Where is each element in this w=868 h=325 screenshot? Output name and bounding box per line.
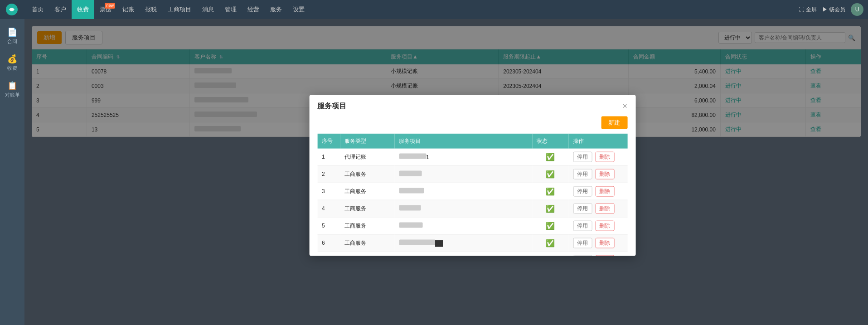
modal-cell-seq: 5 [317, 217, 340, 234]
new-badge: new [105, 3, 115, 9]
nav-item-service[interactable]: 服务 [265, 0, 287, 19]
modal-cell-status: ✅ [532, 217, 568, 234]
contract-icon: 📄 [7, 27, 17, 37]
modal-cell-item [394, 217, 532, 234]
modal-table-row: 2 工商服务 ✅ 停用 删除 [317, 165, 627, 183]
modal-cell-action: 停用 删除 [568, 252, 627, 256]
nav-item-tax[interactable]: 报税 [140, 0, 162, 19]
nav-item-accounting[interactable]: 记账 [117, 0, 140, 19]
stop-button[interactable]: 停用 [573, 169, 592, 179]
status-check-icon: ✅ [546, 170, 555, 178]
modal-cell-item: ██ [394, 234, 532, 252]
sidebar-item-contract[interactable]: 📄 合同 [1, 24, 24, 49]
delete-button[interactable]: 删除 [595, 151, 614, 162]
modal-cell-type: 工商服务 [340, 217, 394, 234]
statement-icon: 📋 [7, 81, 17, 91]
modal-cell-seq: 1 [317, 148, 340, 165]
modal-col-item: 服务项目 [394, 133, 532, 148]
fee-icon: 💰 [7, 54, 17, 64]
status-check-icon: ✅ [546, 187, 555, 195]
modal-table-row: 1 代理记账 1 ✅ 停用 删除 [317, 148, 627, 165]
sidebar-item-fee[interactable]: 💰 收费 [1, 50, 24, 75]
modal-cell-type: 代理记账 [340, 148, 394, 165]
app-logo[interactable] [5, 2, 19, 17]
modal-close-button[interactable]: × [623, 102, 628, 110]
modal-table-row: 7 工商服务 ✅ 停用 删除 [317, 252, 627, 256]
nav-item-ops[interactable]: 经营 [242, 0, 265, 19]
nav-item-settings[interactable]: 设置 [287, 0, 310, 19]
modal-cell-status: ✅ [532, 165, 568, 183]
modal-new-button[interactable]: 新建 [601, 116, 627, 129]
modal-cell-item: 1 [394, 148, 532, 165]
modal-header: 服务项目 × [309, 95, 635, 114]
delete-button[interactable]: 删除 [595, 186, 614, 196]
nav-item-fee[interactable]: 收费 [72, 0, 94, 19]
modal-cell-seq: 3 [317, 183, 340, 200]
modal-cell-status: ✅ [532, 148, 568, 165]
stop-button[interactable]: 停用 [573, 238, 592, 248]
avatar[interactable]: U [851, 3, 863, 16]
modal-cell-action: 停用 删除 [568, 148, 627, 165]
nav-right: ⛶ 全屏 ▶ 畅会员 U [799, 3, 863, 16]
stop-button[interactable]: 停用 [573, 186, 592, 196]
stop-button[interactable]: 停用 [573, 220, 592, 231]
modal-cell-item [394, 183, 532, 200]
stop-button[interactable]: 停用 [573, 203, 592, 213]
nav-item-client[interactable]: 客户 [49, 0, 72, 19]
modal-cell-type: 工商服务 [340, 165, 394, 183]
nav-item-home[interactable]: 首页 [26, 0, 49, 19]
modal-cell-action: 停用 删除 [568, 165, 627, 183]
delete-button[interactable]: 删除 [595, 255, 614, 256]
modal-col-status: 状态 [532, 133, 568, 148]
delete-button[interactable]: 删除 [595, 203, 614, 213]
modal-cell-item [394, 165, 532, 183]
modal-cell-seq: 4 [317, 200, 340, 217]
status-check-icon: ✅ [546, 204, 555, 212]
sidebar-item-fee-label: 收费 [7, 65, 17, 72]
modal-cell-status: ✅ [532, 252, 568, 256]
service-modal: 服务项目 × 新建 序号 服务类型 服务项目 状态 操作 [309, 95, 635, 256]
content-area: 新增 服务项目 进行中 全部 已终止 🔍 序号 合同编码 ⇅ [24, 19, 868, 325]
modal-cell-type: 工商服务 [340, 252, 394, 256]
sidebar-item-contract-label: 合同 [7, 38, 17, 45]
modal-cell-type: 工商服务 [340, 234, 394, 252]
stop-button[interactable]: 停用 [573, 151, 592, 162]
modal-col-action: 操作 [568, 133, 627, 148]
modal-title: 服务项目 [317, 101, 346, 111]
modal-cell-type: 工商服务 [340, 200, 394, 217]
modal-table-row: 3 工商服务 ✅ 停用 删除 [317, 183, 627, 200]
top-nav: 首页 客户 收费 票据 new 记账 报税 工商项目 消息 管理 经营 服务 设… [0, 0, 868, 19]
stop-button[interactable]: 停用 [573, 255, 592, 256]
status-check-icon: ✅ [546, 222, 555, 229]
modal-cell-type: 工商服务 [340, 183, 394, 200]
nav-item-mgmt[interactable]: 管理 [219, 0, 242, 19]
modal-cell-action: 停用 删除 [568, 183, 627, 200]
modal-cell-seq: 6 [317, 234, 340, 252]
delete-button[interactable]: 删除 [595, 238, 614, 248]
delete-button[interactable]: 删除 [595, 220, 614, 231]
modal-table-row: 6 工商服务 ██ ✅ 停用 删除 [317, 234, 627, 252]
delete-button[interactable]: 删除 [595, 169, 614, 179]
member-btn[interactable]: ▶ 畅会员 [822, 6, 845, 14]
status-check-icon: ✅ [546, 153, 555, 160]
modal-cell-seq: 7 [317, 252, 340, 256]
fullscreen-btn[interactable]: ⛶ 全屏 [799, 6, 816, 14]
nav-item-msg[interactable]: 消息 [197, 0, 219, 19]
sidebar-item-statement-label: 对账单 [5, 92, 20, 98]
modal-table-row: 4 工商服务 ✅ 停用 删除 [317, 200, 627, 217]
nav-item-biz[interactable]: 工商项目 [162, 0, 197, 19]
service-table: 序号 服务类型 服务项目 状态 操作 1 代理记账 1 ✅ 停用 删除 2 [317, 133, 627, 256]
modal-cell-action: 停用 删除 [568, 200, 627, 217]
modal-cell-status: ✅ [532, 234, 568, 252]
modal-table-row: 5 工商服务 ✅ 停用 删除 [317, 217, 627, 234]
sidebar: 📄 合同 💰 收费 📋 对账单 [0, 19, 24, 325]
modal-col-seq: 序号 [317, 133, 340, 148]
nav-item-invoice[interactable]: 票据 new [94, 0, 117, 19]
main-layout: 📄 合同 💰 收费 📋 对账单 新增 服务项目 进行中 全部 已终止 [0, 19, 868, 325]
modal-cell-status: ✅ [532, 183, 568, 200]
modal-cell-status: ✅ [532, 200, 568, 217]
modal-cell-action: 停用 删除 [568, 234, 627, 252]
modal-cell-item [394, 200, 532, 217]
status-check-icon: ✅ [546, 239, 555, 247]
sidebar-item-statement[interactable]: 📋 对账单 [1, 77, 24, 102]
